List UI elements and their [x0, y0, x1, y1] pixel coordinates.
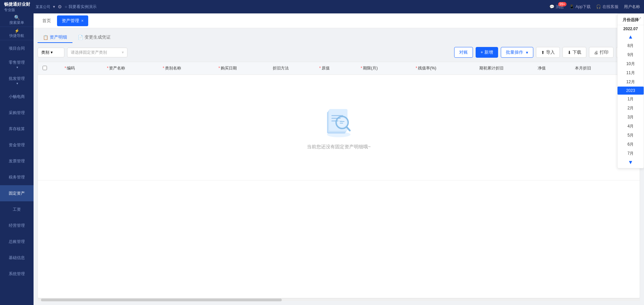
scroll-up-button[interactable]: ▲: [627, 33, 635, 41]
print-button[interactable]: 🖨 打印: [589, 47, 613, 58]
demo-button[interactable]: ○ 我要看实例演示: [65, 4, 97, 10]
month-item-8[interactable]: 8月: [618, 41, 644, 50]
chevron-down-icon-input: ▾: [122, 50, 124, 55]
month-item-4[interactable]: 4月: [618, 122, 644, 131]
sidebar-item-system[interactable]: 系统管理: [0, 266, 34, 282]
sidebar-item-fixed-assets[interactable]: 固定资产: [0, 185, 34, 201]
subtab-change-voucher[interactable]: 📄 变更生成凭证: [72, 32, 116, 43]
svg-rect-11: [340, 123, 343, 123]
demo-icon: ○: [65, 4, 67, 9]
sidebar-item-search[interactable]: 🔍 搜索菜单: [0, 13, 34, 27]
month-item-2[interactable]: 2月: [618, 104, 644, 113]
expand-panel-button[interactable]: ⤢: [637, 15, 642, 22]
sidebar-item-retail[interactable]: 零售管理 ▾: [0, 56, 34, 72]
th-category: *类别名称: [144, 62, 200, 75]
month-item-5[interactable]: 5月: [618, 131, 644, 140]
sidebar-item-tax[interactable]: 税务管理: [0, 169, 34, 185]
empty-state: 当前您还没有固定资产明细哦~: [41, 78, 637, 177]
company-dropdown[interactable]: ▾: [53, 4, 55, 9]
empty-illustration: [319, 105, 359, 139]
empty-state-cell: 当前您还没有固定资产明细哦~: [38, 75, 640, 181]
select-all-checkbox[interactable]: [43, 66, 47, 70]
message-button[interactable]: 💬 消息 99+: [549, 4, 564, 10]
assets-table: *编码 *资产名称 *类别名称 *购买日期 折旧方法 *原值 *期限(月) *残…: [38, 62, 640, 181]
month-item-12[interactable]: 12月: [618, 78, 644, 87]
chevron-down-icon: ▾: [16, 65, 18, 69]
th-net-value: 净值: [526, 62, 557, 75]
month-item-9[interactable]: 9月: [618, 50, 644, 59]
sidebar-item-ecommerce[interactable]: 小畅电商: [0, 89, 34, 105]
month-item-10[interactable]: 10月: [618, 59, 644, 68]
table-header-row: *编码 *资产名称 *类别名称 *购买日期 折旧方法 *原值 *期限(月) *残…: [38, 62, 640, 75]
month-picker-panel: × ⤢ 月份选择 2022.07 ▲ 8月 9月 10月 11月 12月 202…: [617, 13, 644, 168]
scroll-down-button[interactable]: ▼: [627, 158, 635, 167]
tab-asset-management[interactable]: 资产管理 ×: [57, 15, 88, 26]
scrollbar-thumb[interactable]: [41, 299, 282, 301]
sidebar-item-operations[interactable]: 经营管理: [0, 217, 34, 234]
month-item-3[interactable]: 3月: [618, 113, 644, 122]
download-icon: 📱: [569, 4, 574, 9]
table-container: *编码 *资产名称 *类别名称 *购买日期 折旧方法 *原值 *期限(月) *残…: [38, 62, 640, 298]
content-area: 首页 资产管理 × 📋 资产明细 📄 变更生成凭证: [34, 13, 644, 305]
add-button[interactable]: + 新增: [476, 47, 498, 58]
sidebar-item-general-ledger[interactable]: 总账管理: [0, 234, 34, 250]
sidebar-item-purchase[interactable]: 采购管理: [0, 105, 34, 121]
download-button[interactable]: ⬇ 下载: [562, 47, 586, 58]
list-icon: 📋: [43, 35, 48, 40]
close-panel-button[interactable]: ×: [632, 15, 636, 22]
month-item-1[interactable]: 1月: [618, 95, 644, 104]
sidebar-item-contract[interactable]: 项目合同: [0, 40, 34, 56]
headset-icon: 🎧: [596, 4, 601, 9]
sub-tabs: 📋 资产明细 📄 变更生成凭证: [38, 32, 640, 43]
th-purchase-date: *购买日期: [200, 62, 255, 75]
month-item-7[interactable]: 7月: [618, 149, 644, 158]
month-item-11[interactable]: 11月: [618, 68, 644, 78]
tab-close-icon[interactable]: ×: [81, 18, 84, 23]
toolbar: 类别 ▾ 请选择固定资产类别 ▾ 对账 + 新增 批量操作 ▾: [38, 47, 640, 58]
online-service-button[interactable]: 🎧 在线客服: [596, 4, 619, 10]
th-residual-rate: *残值率(%): [395, 62, 457, 75]
chevron-down-icon-batch: ▾: [526, 50, 528, 55]
sidebar-item-quicknav[interactable]: ⚡ 快捷导航: [0, 27, 34, 40]
th-period: *期限(月): [343, 62, 395, 75]
top-bar-right: 💬 消息 99+ 📱 App下载 🎧 在线客服 用户名称: [549, 4, 640, 10]
company-name: 某某公司: [36, 4, 50, 9]
user-name[interactable]: 用户名称: [624, 4, 640, 10]
sidebar-item-invoice[interactable]: 发票管理: [0, 153, 34, 169]
month-item-6[interactable]: 6月: [618, 140, 644, 149]
th-accumulated-depreciation: 期初累计折旧: [457, 62, 526, 75]
settings-icon[interactable]: ⚙: [58, 4, 62, 9]
sidebar-item-wholesale[interactable]: 批发管理 ▾: [0, 72, 34, 89]
page-content: 📋 资产明细 📄 变更生成凭证 类别 ▾ 请选择固定资产类别: [34, 28, 644, 305]
chevron-down-icon-filter: ▾: [51, 50, 53, 55]
message-badge: 99+: [558, 2, 567, 6]
doc-icon: 📄: [78, 35, 83, 40]
download-icon-btn: ⬇: [568, 50, 571, 55]
th-name: *资产名称: [88, 62, 144, 75]
reconcile-button[interactable]: 对账: [454, 47, 473, 58]
message-icon: 💬: [549, 4, 554, 9]
panel-controls: × ⤢: [632, 15, 642, 22]
app-download-button[interactable]: 📱 App下载: [569, 4, 591, 10]
batch-button[interactable]: 批量操作 ▾: [501, 47, 533, 58]
import-icon: ⬆: [541, 50, 545, 55]
sidebar-item-finance[interactable]: 资金管理: [0, 137, 34, 153]
month-year-display[interactable]: 2022.07: [621, 25, 640, 33]
toolbar-left: 类别 ▾ 请选择固定资产类别 ▾: [38, 48, 127, 57]
svg-rect-10: [340, 121, 344, 122]
sidebar-item-basic-info[interactable]: 基础信息: [0, 250, 34, 266]
category-input[interactable]: 请选择固定资产类别 ▾: [67, 48, 127, 57]
th-original-value: *原值: [306, 62, 343, 75]
import-button[interactable]: ⬆ 导入: [536, 47, 560, 58]
sidebar-item-salary[interactable]: 工资: [0, 201, 34, 217]
year-2023-item[interactable]: 2023: [618, 87, 644, 95]
sidebar: 🔍 搜索菜单 ⚡ 快捷导航 项目合同 零售管理 ▾ 批发管理 ▾ 小畅电商 采购…: [0, 13, 34, 305]
th-depreciation-method: 折旧方法: [256, 62, 306, 75]
scrollbar-area[interactable]: [38, 298, 640, 301]
subtab-asset-detail[interactable]: 📋 资产明细: [38, 32, 72, 43]
tab-home[interactable]: 首页: [38, 15, 56, 26]
category-filter-select[interactable]: 类别 ▾: [38, 48, 64, 57]
svg-point-8: [338, 118, 346, 127]
sidebar-item-inventory[interactable]: 库存核算: [0, 121, 34, 137]
app-title: 畅捷通好业财 专业版: [4, 1, 30, 12]
